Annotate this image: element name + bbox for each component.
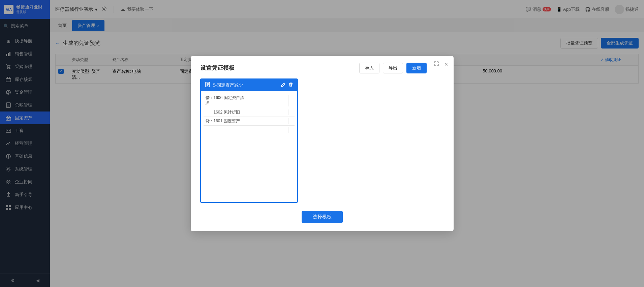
template-card-body: 借：1606 固定资产清理 1602 累计折旧 贷：1601 固定资产	[201, 91, 297, 137]
entry-col1-2	[248, 118, 268, 124]
modal-backdrop: 设置凭证模板 导入 导出 新增 × 5-固定资产减少	[0, 0, 644, 287]
entry-col3-0	[288, 95, 298, 106]
template-header-left: 5-固定资产减少	[205, 82, 243, 88]
template-area: 5-固定资产减少 借：1606 固定资产清理	[200, 78, 444, 203]
select-template-area: 选择模板	[200, 211, 444, 223]
entry-subject-3	[204, 127, 248, 133]
entry-subject-2: 贷：1601 固定资产	[204, 118, 248, 124]
entry-col3-2	[288, 118, 298, 124]
entry-col1-1	[248, 109, 268, 115]
delete-template-icon[interactable]	[288, 82, 293, 88]
entry-subject-1: 1602 累计折旧	[204, 109, 248, 115]
edit-template-icon[interactable]	[281, 82, 286, 88]
entry-row-3	[204, 126, 295, 134]
modal-toolbar: 导入 导出 新增	[359, 63, 427, 73]
template-name: 5-固定资产减少	[213, 82, 243, 88]
entry-col3-1	[288, 109, 298, 115]
close-modal-button[interactable]: ×	[444, 61, 448, 67]
entry-col2-0	[268, 95, 288, 106]
entry-col2-3	[268, 127, 288, 133]
entry-col1-3	[248, 127, 268, 133]
template-actions	[281, 82, 293, 88]
entry-row-0: 借：1606 固定资产清理	[204, 94, 295, 108]
entry-row-2: 贷：1601 固定资产	[204, 117, 295, 126]
export-button[interactable]: 导出	[383, 63, 403, 73]
import-button[interactable]: 导入	[359, 63, 379, 73]
select-template-button[interactable]: 选择模板	[302, 211, 343, 223]
template-icon	[205, 82, 210, 88]
entry-col3-3	[288, 127, 298, 133]
entry-row-1: 1602 累计折旧	[204, 108, 295, 117]
template-card[interactable]: 5-固定资产减少 借：1606 固定资产清理	[200, 78, 298, 203]
expand-icon[interactable]	[434, 61, 439, 67]
new-button[interactable]: 新增	[406, 63, 427, 73]
set-voucher-template-modal: 设置凭证模板 导入 导出 新增 × 5-固定资产减少	[191, 56, 454, 231]
entry-subject-0: 借：1606 固定资产清理	[204, 95, 248, 106]
template-card-header: 5-固定资产减少	[201, 79, 297, 91]
entry-col1-0	[248, 95, 268, 106]
entry-col2-2	[268, 118, 288, 124]
entry-col2-1	[268, 109, 288, 115]
